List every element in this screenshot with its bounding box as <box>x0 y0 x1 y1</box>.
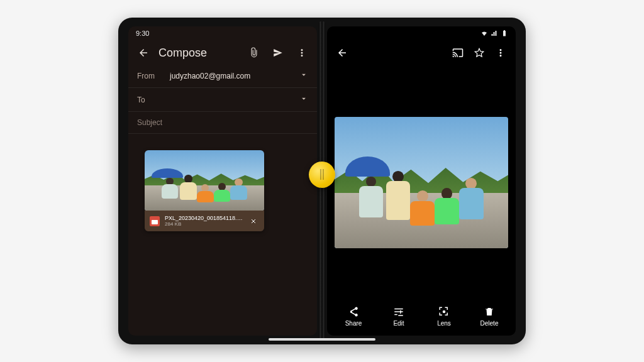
from-value: judyzhao02@gmail.com <box>170 72 292 80</box>
trash-icon <box>484 306 495 317</box>
paperclip-icon <box>248 47 260 58</box>
attachment-thumbnail <box>145 150 264 211</box>
photo-viewport[interactable] <box>327 65 516 300</box>
more-vert-icon <box>296 47 308 58</box>
svg-point-0 <box>443 310 446 314</box>
signal-icon <box>491 30 498 37</box>
compose-body[interactable]: PXL_20230420_001854118.jpeg 284 KB <box>128 134 317 336</box>
compose-toolbar: Compose <box>128 40 317 64</box>
foldable-device: 9:30 Compose From judy <box>118 18 526 344</box>
lens-icon <box>438 306 450 317</box>
left-screen-gmail: 9:30 Compose From judy <box>128 26 317 336</box>
remove-attachment-button[interactable] <box>248 216 259 227</box>
to-field[interactable]: To <box>128 88 317 112</box>
from-label: From <box>137 72 162 80</box>
more-vert-icon <box>495 47 506 58</box>
status-time: 9:30 <box>136 30 149 37</box>
chevron-down-icon <box>299 94 308 103</box>
lens-label: Lens <box>437 320 451 327</box>
to-label: To <box>137 96 162 104</box>
share-button[interactable]: Share <box>336 306 371 327</box>
favorite-button[interactable] <box>470 44 488 62</box>
wifi-icon <box>480 30 488 37</box>
back-button[interactable] <box>135 44 152 62</box>
attachment-card[interactable]: PXL_20230420_001854118.jpeg 284 KB <box>145 150 264 231</box>
photo-action-bar: Share Edit Lens Delete <box>327 300 516 336</box>
image-file-icon <box>150 216 160 226</box>
edit-label: Edit <box>393 320 404 327</box>
photos-toolbar <box>327 40 516 65</box>
chevron-down-icon <box>299 70 308 79</box>
subject-field[interactable]: Subject <box>128 112 317 134</box>
share-label: Share <box>345 320 362 327</box>
from-field[interactable]: From judyzhao02@gmail.com <box>128 64 317 88</box>
attachment-filename: PXL_20230420_001854118.jpeg <box>165 215 243 221</box>
photos-back-button[interactable] <box>333 44 351 62</box>
cast-button[interactable] <box>449 44 467 62</box>
photo-content <box>335 117 508 248</box>
delete-button[interactable]: Delete <box>472 306 507 327</box>
attachment-meta: PXL_20230420_001854118.jpeg 284 KB <box>145 211 264 231</box>
gesture-nav-bar[interactable] <box>269 338 375 341</box>
edit-button[interactable]: Edit <box>381 306 416 327</box>
right-screen-photos: Share Edit Lens Delete <box>327 26 516 336</box>
attach-button[interactable] <box>245 44 263 62</box>
star-icon <box>474 47 485 58</box>
arrow-left-icon <box>336 47 348 58</box>
close-icon <box>250 217 257 225</box>
send-button[interactable] <box>269 44 287 62</box>
arrow-left-icon <box>138 47 149 58</box>
attachment-filesize: 284 KB <box>165 221 243 227</box>
to-expand[interactable] <box>299 94 308 105</box>
compose-title: Compose <box>158 47 239 60</box>
delete-label: Delete <box>480 320 499 327</box>
subject-placeholder: Subject <box>137 118 308 127</box>
compose-more-button[interactable] <box>293 44 311 62</box>
status-bar-right <box>327 26 516 40</box>
drag-and-drop-indicator[interactable] <box>309 162 335 188</box>
lens-button[interactable]: Lens <box>426 306 462 327</box>
share-icon <box>348 306 359 317</box>
status-bar-left: 9:30 <box>128 26 317 40</box>
battery-icon <box>501 30 508 37</box>
photos-more-button[interactable] <box>492 44 509 62</box>
cast-icon <box>452 47 464 58</box>
send-icon <box>272 47 284 58</box>
from-expand[interactable] <box>299 70 308 81</box>
tune-icon <box>393 306 404 317</box>
